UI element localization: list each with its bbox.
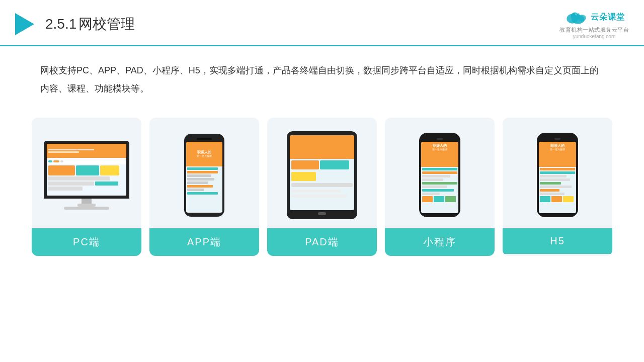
card-pc-label: PC端 [32, 228, 141, 256]
miniapp-phone-mockup: 职涯人的 第一堂兴趣课 [419, 133, 460, 217]
logo-cloud: 云朵课堂 [564, 9, 625, 25]
svg-point-3 [578, 15, 586, 21]
header-left: 2.5.1网校管理 [15, 13, 135, 35]
card-miniapp-image: 职涯人的 第一堂兴趣课 [385, 118, 495, 228]
logo-url: yunduoketang.com [573, 34, 616, 39]
page-header: 2.5.1网校管理 云朵课堂 教育机构一站式服务云平台 yunduoketang… [0, 0, 644, 46]
card-app-image: 职涯人的 第一堂兴趣课 [149, 118, 259, 228]
card-pc-image [32, 118, 141, 228]
card-app-label: APP端 [149, 228, 259, 256]
card-h5-label: H5 [503, 228, 612, 254]
card-h5: 职涯人的 第一堂兴趣课 [503, 118, 612, 256]
cloud-icon [564, 9, 588, 25]
card-h5-image: 职涯人的 第一堂兴趣课 [503, 118, 612, 228]
card-pc: PC端 [32, 118, 141, 256]
logo-text: 云朵课堂 [591, 12, 625, 23]
logo-tagline: 教育机构一站式服务云平台 [559, 26, 629, 34]
logo-area: 云朵课堂 教育机构一站式服务云平台 yunduoketang.com [559, 9, 629, 39]
cards-area: PC端 职涯人的 第一堂兴趣课 [0, 108, 644, 266]
section-number: 2.5.1 [45, 16, 76, 32]
card-pad-image [267, 118, 377, 228]
card-miniapp: 职涯人的 第一堂兴趣课 [385, 118, 495, 256]
h5-phone-mockup: 职涯人的 第一堂兴趣课 [537, 133, 578, 217]
card-pad-label: PAD端 [267, 228, 377, 256]
card-miniapp-label: 小程序 [385, 228, 495, 256]
page-description: 网校支持PC、APP、PAD、小程序、H5，实现多端打通，产品各终端自由切换，数… [0, 46, 644, 108]
page-title: 2.5.1网校管理 [45, 15, 135, 34]
card-app: 职涯人的 第一堂兴趣课 [149, 118, 259, 256]
app-phone-mockup: 职涯人的 第一堂兴趣课 [184, 134, 224, 217]
card-pad: PAD端 [267, 118, 377, 256]
play-icon [15, 13, 34, 35]
pc-screen [44, 141, 129, 199]
pc-mockup [41, 141, 132, 210]
pad-mockup [287, 131, 357, 219]
